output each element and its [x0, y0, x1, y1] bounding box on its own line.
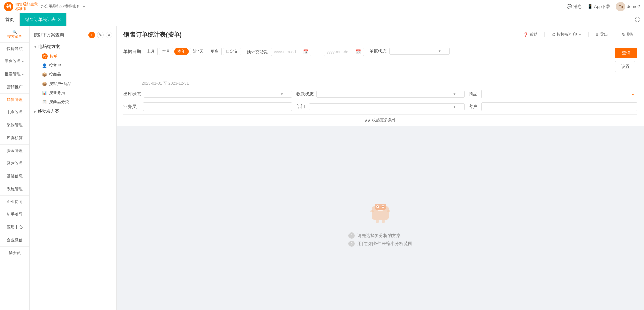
- sidebar-item-shortcut[interactable]: 快捷导航: [0, 43, 29, 55]
- tree-node-mobile[interactable]: ▶ 移动端方案: [30, 106, 116, 116]
- collapse-panel-btn[interactable]: «: [106, 32, 112, 38]
- doc-status-select[interactable]: ▼: [389, 48, 450, 55]
- sidebar-item-enterprise[interactable]: 企业协同: [0, 196, 29, 208]
- query-btn[interactable]: 查询: [615, 48, 637, 58]
- left-panel-title: 按以下方案查询: [34, 32, 64, 38]
- sidebar-item-operations[interactable]: 经营管理: [0, 157, 29, 170]
- sidebar-item-wholesale[interactable]: 批发管理 ▲: [0, 68, 29, 81]
- scheme-by-customer[interactable]: 👤 按客户: [38, 61, 116, 70]
- tree-node-pc[interactable]: ▼ 电脑端方案: [30, 42, 116, 52]
- user-avatar-area[interactable]: Ea demo2: [616, 2, 640, 11]
- export-btn[interactable]: ⬇ 导出: [593, 30, 611, 39]
- date-label: 单据日期: [123, 49, 141, 55]
- goods-dots-icon: ···: [630, 91, 634, 97]
- customer-input[interactable]: ···: [481, 102, 637, 111]
- divider1: [544, 32, 545, 37]
- print-arrow-icon: ▼: [578, 33, 582, 36]
- page-header: 销售订单统计表(按单) ❓ 帮助 🖨 按模板打印 ▼ ⬇: [117, 26, 644, 43]
- tab-minimize-btn[interactable]: —: [623, 16, 631, 24]
- export-icon: ⬇: [595, 32, 599, 37]
- goods-input[interactable]: ···: [481, 90, 637, 98]
- sidebar-item-system[interactable]: 系统管理: [0, 183, 29, 196]
- filter-row-3: 业务员 ··· 部门 ▼ 客户: [123, 102, 637, 111]
- tab-maximize-btn[interactable]: ⛶: [633, 16, 641, 24]
- home-tab-label: 首页: [5, 17, 14, 23]
- tab-close-icon[interactable]: ✕: [58, 17, 61, 22]
- page-title: 销售订单统计表(按单): [123, 31, 182, 39]
- divider3: [615, 32, 615, 37]
- top-bar: 销 销售通好生意 标准版 办公用品行业模拟账套 ▼ 💬 消息 📱 App下载 E…: [0, 0, 644, 13]
- salesman-label: 业务员: [123, 104, 140, 110]
- payment-status-select[interactable]: ▼: [316, 91, 465, 98]
- right-panel: 销售订单统计表(按单) ❓ 帮助 🖨 按模板打印 ▼ ⬇: [117, 26, 644, 310]
- svg-point-4: [377, 206, 378, 207]
- app-download-btn[interactable]: 📱 App下载: [587, 4, 610, 10]
- sidebar-item-sales[interactable]: 销售管理: [0, 94, 29, 106]
- date-last7-btn[interactable]: 近7天: [190, 48, 206, 55]
- sidebar-item-retail[interactable]: 零售管理 ▼: [0, 55, 29, 68]
- sidebar-item-purchase[interactable]: 采购管理: [0, 119, 29, 132]
- filter-salesman: 业务员 ···: [123, 102, 292, 111]
- add-scheme-btn[interactable]: +: [88, 32, 95, 38]
- date-more-btn[interactable]: 更多: [208, 48, 222, 55]
- empty-illustration: [362, 190, 399, 226]
- expected-date-start[interactable]: yyyy-mm-dd 📅: [271, 48, 311, 56]
- refresh-btn[interactable]: ↻ 刷新: [619, 30, 637, 39]
- logo-icon: 销: [4, 2, 13, 11]
- scheme-by-goods[interactable]: 📦 按商品: [38, 70, 116, 79]
- tree-children-pc: 按 按单 👤 按客户 📦 按商品 📦 按客户+商品: [30, 52, 116, 106]
- scheme-icon-customer: 👤: [42, 63, 47, 68]
- sidebar-item-basic[interactable]: 基础信息: [0, 170, 29, 183]
- date-this-year-btn[interactable]: 本年: [174, 48, 189, 55]
- sidebar-item-ecommerce[interactable]: 电商管理: [0, 106, 29, 119]
- refresh-icon: ↻: [622, 32, 625, 37]
- edit-scheme-btn[interactable]: ✎: [97, 32, 104, 38]
- sidebar-item-membership[interactable]: 畅会员: [0, 247, 29, 259]
- sidebar-item-search[interactable]: 🔍 搜索菜单: [0, 26, 29, 43]
- message-btn[interactable]: 💬 消息: [567, 4, 582, 10]
- dept-arrow: ▼: [453, 105, 456, 109]
- scheme-by-order[interactable]: 按 按单: [38, 52, 116, 61]
- empty-step-2: 2 用[过滤]条件来缩小分析范围: [348, 241, 412, 247]
- collapse-up-icon: ∧∧: [365, 118, 371, 123]
- svg-point-5: [382, 206, 384, 207]
- date-this-month-btn[interactable]: 本月: [159, 48, 173, 55]
- left-panel-actions: + ✎ «: [88, 32, 112, 38]
- scheme-by-salesman[interactable]: 📊 按业务员: [38, 88, 116, 97]
- date-last-month-btn[interactable]: 上月: [144, 48, 158, 55]
- sidebar: 🔍 搜索菜单 快捷导航 零售管理 ▼ 批发管理 ▲ 营销推广 销售管理 电商管理…: [0, 26, 30, 310]
- collapse-filters-btn[interactable]: ∧∧ 收起更多条件: [123, 114, 637, 126]
- query-col: 查询 设置: [615, 48, 637, 72]
- scheme-by-category[interactable]: 📋 按商品分类: [38, 97, 116, 106]
- search-icon: 🔍: [12, 30, 17, 34]
- salesman-input[interactable]: ···: [143, 102, 292, 111]
- filter-goods: 商品 ···: [469, 90, 637, 98]
- sidebar-item-corp-wechat[interactable]: 企业微信: [0, 234, 29, 247]
- scheme-icon-category: 📋: [42, 99, 47, 105]
- date-custom-btn[interactable]: 自定义: [223, 48, 241, 55]
- expected-date-end[interactable]: yyyy-mm-dd 📅: [324, 48, 364, 56]
- print-icon: 🖨: [551, 32, 555, 37]
- sidebar-item-guide[interactable]: 新手引导: [0, 208, 29, 221]
- sales-tab-label: 销售订单统计表: [25, 17, 56, 23]
- settings-btn[interactable]: 设置: [615, 61, 635, 72]
- scheme-by-customer-goods[interactable]: 📦 按客户+商品: [38, 79, 116, 88]
- sidebar-item-inventory[interactable]: 库存核算: [0, 132, 29, 145]
- salesman-dots-icon: ···: [285, 104, 289, 109]
- message-icon: 💬: [567, 4, 572, 9]
- sidebar-item-appstore[interactable]: 应用中心: [0, 221, 29, 234]
- dept-select[interactable]: ▼: [309, 103, 465, 110]
- sidebar-item-marketing[interactable]: 营销推广: [0, 81, 29, 94]
- sidebar-item-finance[interactable]: 资金管理: [0, 145, 29, 157]
- tab-sales-order-stats[interactable]: 销售订单统计表 ✕: [20, 13, 67, 26]
- calendar-icon-start: 📅: [303, 49, 308, 54]
- svg-rect-6: [378, 210, 383, 211]
- help-btn[interactable]: ❓ 帮助: [521, 30, 540, 39]
- print-template-btn[interactable]: 🖨 按模板打印 ▼: [549, 30, 584, 39]
- ship-status-select[interactable]: ▼: [144, 91, 292, 98]
- filter-payment-status: 收款状态 ▼: [296, 90, 465, 98]
- divider2: [588, 32, 589, 37]
- tab-home[interactable]: 首页: [0, 13, 20, 26]
- ship-arrow: ▼: [280, 92, 284, 96]
- scheme-tree: ▼ 电脑端方案 按 按单 👤 按客户 📦 按商品: [30, 40, 116, 118]
